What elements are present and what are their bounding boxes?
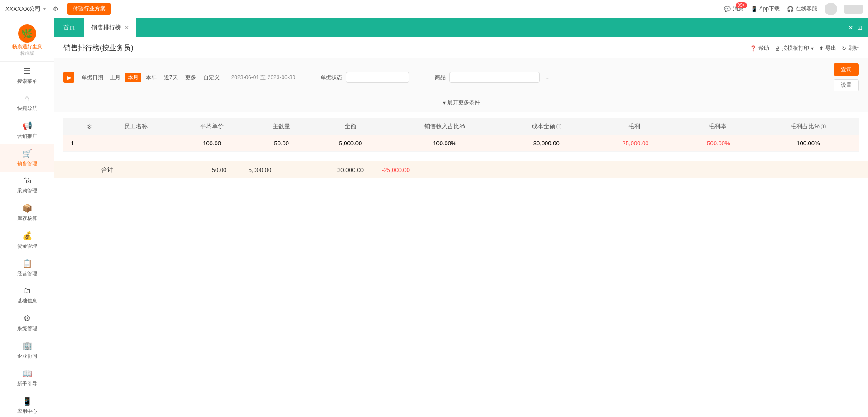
table-row: 1 100.00 50.00 5,000.00 100.00% 30,000.0… — [63, 135, 859, 152]
cell-avg-price-0: 100.00 — [174, 135, 250, 152]
tab-home[interactable]: 首页 — [54, 18, 84, 37]
company-selector[interactable]: XXXXXX公司 ▾ — [5, 5, 46, 13]
sidebar-item-search-order[interactable]: ☰ 搜索菜单 — [0, 62, 54, 89]
sidebar-item-guide[interactable]: 📖 新手引导 — [0, 364, 54, 392]
sidebar-icon-guide: 📖 — [22, 369, 32, 379]
data-table: ⚙ 员工名称 平均单价 主数量 全额 销售收入占比% 成本全额 i 毛利 毛利率… — [63, 118, 859, 152]
sidebar-icon-enterprise: 🏢 — [22, 341, 32, 351]
help-button[interactable]: ❓ 帮助 — [750, 44, 769, 52]
status-select[interactable] — [346, 72, 409, 83]
logo-text: 畅康通好生意 — [12, 43, 42, 50]
online-service-btn[interactable]: 🎧 在线客服 — [787, 5, 817, 13]
sidebar-item-quick-nav[interactable]: ⌂ 快捷导航 — [0, 89, 54, 116]
settings-icon[interactable]: ⚙ — [49, 3, 62, 15]
sidebar-items: ☰ 搜索菜单 ⌂ 快捷导航 📢 营销推广 🛒 销售管理 🛍 采购管理 📦 库存核… — [0, 62, 54, 417]
template-print-button[interactable]: 🖨 按模板打印 ▾ — [775, 44, 814, 52]
date-option-2[interactable]: 本年 — [143, 73, 159, 82]
tab-close-icon[interactable]: ✕ — [125, 24, 129, 31]
settings-btn[interactable]: 设置 — [834, 79, 859, 91]
tab-active[interactable]: 销售排行榜 ✕ — [84, 18, 136, 37]
cell-amount-0: 5,000.00 — [313, 135, 388, 152]
tab-right-actions: ✕ ⊡ — [848, 24, 868, 31]
date-filter-item: 单据日期 上月本月本年近7天更多自定义 — [82, 73, 222, 82]
cell-rank-0: 1 — [63, 135, 82, 152]
sidebar: 🌿 畅康通好生意 标准版 ☰ 搜索菜单 ⌂ 快捷导航 📢 营销推广 🛒 销售管理… — [0, 18, 54, 417]
cell-sales-pct-0: 100.00% — [388, 135, 501, 152]
goods-more-icon[interactable]: ... — [545, 74, 550, 81]
sidebar-item-sales[interactable]: 🛒 销售管理 — [0, 144, 54, 172]
date-option-0[interactable]: 上月 — [107, 73, 123, 82]
trial-button[interactable]: 体验行业方案 — [67, 3, 111, 15]
th-qty: 主数量 — [250, 118, 313, 135]
tab-window-restore-icon[interactable]: ⊡ — [857, 24, 863, 31]
cost-info-icon[interactable]: i — [556, 124, 561, 129]
top-right-actions: 💬 消息 99+ 📱 App下载 🎧 在线客服 — [724, 3, 863, 15]
sidebar-item-purchase[interactable]: 🛍 采购管理 — [0, 172, 54, 199]
company-name: XXXXXX公司 — [5, 5, 41, 13]
footer-qty: 50.00 — [201, 167, 237, 173]
page-header: 销售排行榜(按业务员) ❓ 帮助 🖨 按模板打印 ▾ ⬆ — [54, 37, 868, 58]
cell-profit-0: -25,000.00 — [591, 135, 678, 152]
headset-icon: 🎧 — [787, 6, 794, 12]
footer-amount: 5,000.00 — [237, 167, 283, 173]
footer-label: 合计 — [101, 166, 156, 174]
th-rank — [63, 118, 82, 135]
sidebar-item-finance[interactable]: 💰 资金管理 — [0, 226, 54, 254]
page-inner: 销售排行榜(按业务员) ❓ 帮助 🖨 按模板打印 ▾ ⬆ — [54, 37, 868, 417]
sidebar-item-inventory[interactable]: 📦 库存核算 — [0, 199, 54, 226]
sidebar-label-quick-nav: 快捷导航 — [17, 105, 37, 112]
sidebar-item-operations[interactable]: 📋 经营管理 — [0, 254, 54, 282]
chevron-down-icon: ▾ — [43, 6, 46, 11]
export-label: 导出 — [825, 44, 836, 52]
print-chevron-icon: ▾ — [811, 45, 814, 52]
logo-symbol: 🌿 — [21, 28, 33, 39]
main-layout: 🌿 畅康通好生意 标准版 ☰ 搜索菜单 ⌂ 快捷导航 📢 营销推广 🛒 销售管理… — [0, 18, 868, 417]
th-settings[interactable]: ⚙ — [82, 118, 98, 135]
refresh-button[interactable]: ↻ 刷新 — [842, 44, 859, 52]
sidebar-item-enterprise[interactable]: 🏢 企业协同 — [0, 336, 54, 364]
expand-row: ▾ 展开更多条件 — [63, 95, 859, 106]
status-filter-label: 单据状态 — [321, 74, 342, 81]
query-button[interactable]: 查询 — [834, 63, 859, 76]
th-name: 员工名称 — [98, 118, 174, 135]
profit-pct-info-icon[interactable]: i — [821, 124, 825, 129]
sidebar-label-enterprise: 企业协同 — [17, 353, 37, 359]
sidebar-icon-inventory: 📦 — [22, 203, 32, 213]
page-actions: ❓ 帮助 🖨 按模板打印 ▾ ⬆ 导出 ↻ — [750, 44, 859, 52]
expand-btn[interactable]: ▾ 展开更多条件 — [443, 99, 480, 106]
username — [844, 5, 863, 14]
sidebar-item-marketing[interactable]: 📢 营销推广 — [0, 116, 54, 144]
sidebar-item-system[interactable]: ⚙ 系统管理 — [0, 309, 54, 336]
sidebar-icon-purchase: 🛍 — [23, 176, 31, 186]
date-option-3[interactable]: 近7天 — [161, 73, 181, 82]
date-filter-label: 单据日期 — [82, 74, 103, 81]
page-title: 销售排行榜(按业务员) — [63, 43, 134, 53]
message-btn[interactable]: 💬 消息 99+ — [724, 5, 743, 13]
filter-area: ▶ 单据日期 上月本月本年近7天更多自定义 2023-06-01 至 2023-… — [54, 58, 868, 112]
date-option-4[interactable]: 更多 — [182, 73, 199, 82]
cell-cost-0: 30,000.00 — [501, 135, 591, 152]
cell-profit-rate-0: -500.00% — [678, 135, 758, 152]
sidebar-label-finance: 资金管理 — [17, 243, 37, 249]
tab-window-close-icon[interactable]: ✕ — [848, 24, 854, 31]
sidebar-item-app-center[interactable]: 📱 应用中心 — [0, 392, 54, 417]
sidebar-icon-finance: 💰 — [22, 231, 32, 241]
export-button[interactable]: ⬆ 导出 — [819, 44, 836, 52]
sidebar-icon-quick-nav: ⌂ — [24, 94, 29, 103]
sidebar-icon-system: ⚙ — [24, 313, 31, 323]
app-download-btn[interactable]: 📱 App下载 — [751, 5, 780, 13]
message-badge: 99+ — [736, 2, 747, 8]
sidebar-label-purchase: 采购管理 — [17, 187, 37, 194]
sidebar-item-basic-info[interactable]: 🗂 基础信息 — [0, 282, 54, 309]
filter-toggle-btn[interactable]: ▶ — [63, 72, 74, 83]
print-icon: 🖨 — [775, 45, 780, 52]
sidebar-icon-operations: 📋 — [22, 259, 32, 268]
goods-input[interactable] — [449, 72, 540, 83]
date-option-5[interactable]: 自定义 — [201, 73, 222, 82]
th-profit: 毛利 — [591, 118, 678, 135]
th-avg-price: 平均单价 — [174, 118, 250, 135]
help-icon: ❓ — [750, 45, 757, 52]
date-option-1[interactable]: 本月 — [125, 73, 141, 82]
sidebar-icon-sales: 🛒 — [22, 149, 32, 158]
avatar[interactable] — [825, 3, 837, 15]
